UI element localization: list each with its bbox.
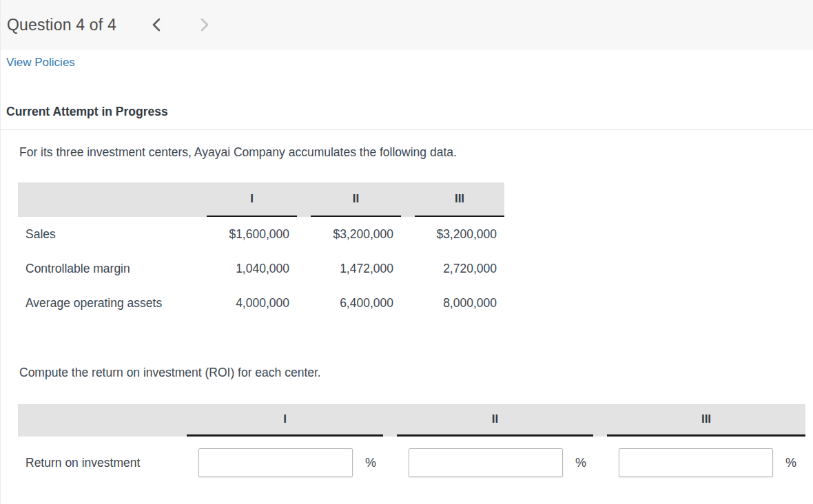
row-label: Sales [18,217,207,251]
answer-cell-I: % [187,437,383,489]
previous-question-button[interactable] [147,15,166,34]
table-row-average-operating-assets: Average operating assets 4,000,000 6,400… [18,286,504,320]
answer-cell-II: % [397,437,593,489]
roi-instruction-text: Compute the return on investment (ROI) f… [19,366,813,380]
header-gap [401,182,415,217]
cell-gap [383,437,397,489]
cell-value: $1,600,000 [207,217,297,251]
current-attempt-heading: Current Attempt in Progress [6,105,813,119]
cell-gap [297,217,311,251]
answer-column-header-III: III [607,404,805,437]
roi-input-center-I[interactable] [198,448,353,477]
answer-cell-III: % [607,437,805,489]
roi-input-center-III[interactable] [619,448,773,477]
table-row-sales: Sales $1,600,000 $3,200,000 $3,200,000 [18,217,504,251]
percent-suffix: % [785,456,796,470]
header-spacer [18,182,207,217]
percent-suffix: % [575,456,586,470]
cell-value: $3,200,000 [311,217,401,251]
cell-value: 8,000,000 [415,286,504,320]
chevron-right-icon [199,17,210,32]
table-row-controllable-margin: Controllable margin 1,040,000 1,472,000 … [18,251,504,286]
cell-gap [593,437,607,489]
question-counter: Question 4 of 4 [7,16,116,34]
view-policies-link[interactable]: View Policies [6,56,75,70]
cell-value: 4,000,000 [207,286,297,320]
roi-answer-table: I II III Return on investment % % % [18,404,805,489]
investment-data-table: I II III Sales $1,600,000 $3,200,000 $3,… [18,182,504,320]
row-label: Average operating assets [18,286,207,320]
roi-input-center-II[interactable] [409,448,563,477]
section-divider [1,129,813,130]
next-question-button[interactable] [195,15,214,34]
question-page: Question 4 of 4 View Policies Current At… [0,0,813,504]
cell-value: 1,040,000 [207,251,297,286]
question-header-bar: Question 4 of 4 [1,0,813,50]
header-spacer [18,404,187,437]
header-gap [297,182,311,217]
cell-value: 1,472,000 [311,251,401,286]
answer-table-header-row: I II III [18,404,805,437]
row-label: Controllable margin [18,251,207,286]
cell-gap [297,286,311,320]
answer-row-return-on-investment: Return on investment % % % [18,437,805,489]
column-header-III: III [415,182,504,217]
answer-row-label: Return on investment [18,437,187,489]
cell-gap [401,217,415,251]
cell-gap [297,251,311,286]
percent-suffix: % [365,456,376,470]
column-header-II: II [311,182,401,217]
cell-value: $3,200,000 [415,217,504,251]
column-header-I: I [207,182,297,217]
header-gap [383,404,397,437]
cell-gap [401,251,415,286]
answer-column-header-II: II [397,404,593,437]
chevron-left-icon [151,17,162,32]
problem-intro-text: For its three investment centers, Ayayai… [19,145,813,160]
data-table-header-row: I II III [18,182,504,217]
cell-value: 6,400,000 [311,286,401,320]
answer-column-header-I: I [187,404,383,437]
cell-gap [401,286,415,320]
cell-value: 2,720,000 [415,251,504,286]
header-gap [593,404,607,437]
